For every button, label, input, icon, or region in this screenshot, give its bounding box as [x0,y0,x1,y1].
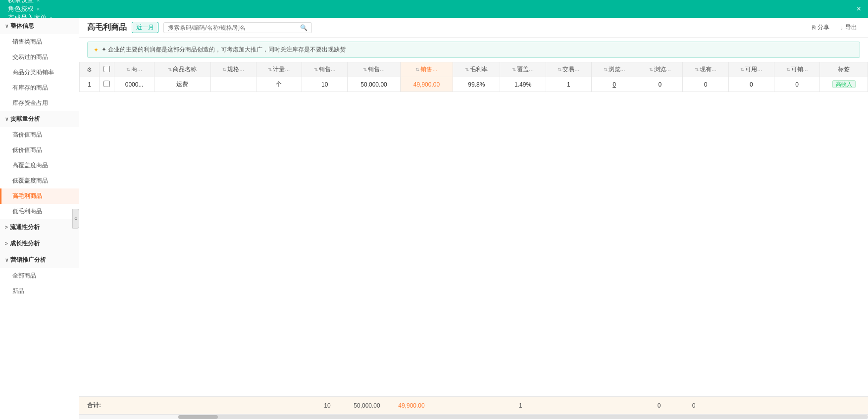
sort-icon-stock_available: ⇅ [740,67,744,72]
sort-icon-browse2: ⇅ [649,67,653,72]
horizontal-scrollbar[interactable] [79,414,868,419]
sidebar-item-商品分类助销率[interactable]: 商品分类助销率 [0,65,79,80]
sort-icon-code: ⇅ [126,67,130,72]
cell-stock_available: 0 [728,77,774,92]
footer-label: 合计: [87,401,117,410]
row-checkbox[interactable] [103,81,110,87]
nav-close-icon[interactable]: × [37,6,40,12]
nav-item-权限设置[interactable]: 权限设置× [2,0,58,4]
footer-cells: 1050,000.0049,900.00100 [117,402,860,409]
chevron-down-icon: ∨ [5,257,8,263]
cell-sales_profit: 49,900.00 [400,77,453,92]
tag-badge: 高收入 [832,80,856,88]
col-label-sales_profit: 销售... [420,65,437,74]
col-header-browse1[interactable]: ⇅浏览... [591,62,637,77]
chevron-down-icon: ∨ [5,23,8,29]
settings-icon[interactable]: ⚙ [87,66,92,73]
sort-icon-stock_sellable: ⇅ [786,67,790,72]
window-close-button[interactable]: × [852,4,866,13]
col-header-transaction[interactable]: ⇅交易... [546,62,591,77]
footer-cell-sales_amount: 50,000.00 [345,402,389,409]
cell-coverage: 1.49% [500,77,546,92]
nav-close-icon[interactable]: × [37,0,40,3]
sidebar-content: ∨ 整体信息销售类商品交易过的商品商品分类助销率有库存的商品库存资金占用∨ 贡献… [0,18,79,299]
select-all-checkbox[interactable] [103,66,110,72]
col-label-coverage: 覆盖... [517,65,534,74]
info-icon: ✦ [94,47,99,53]
col-header-spec[interactable]: ⇅规格... [210,62,256,77]
sidebar-group-label: 流通性分析 [10,223,40,232]
sort-icon-stock_current: ⇅ [695,67,699,72]
table-row: 10000...运费个1050,000.0049,900.0099.8%1.49… [80,77,868,92]
col-header-stock_available[interactable]: ⇅可用... [728,62,774,77]
share-icon: ⎘ [812,24,816,31]
col-header-browse2[interactable]: ⇅浏览... [637,62,683,77]
col-header-no: ⚙ [80,62,100,77]
col-header-sales_amount[interactable]: ⇅销售... [348,62,400,77]
data-table-wrap: ⚙⇅商...⇅商品名称⇅规格...⇅计量...⇅销售...⇅销售...⇅销售..… [79,62,868,396]
col-header-margin_rate[interactable]: ⇅毛利率 [453,62,500,77]
col-label-name: 商品名称 [173,65,197,74]
cell-browse2: 0 [637,77,683,92]
content-area: 高毛利商品 近一月 🔍 ⎘ 分享 ↓ 导出 [79,18,868,419]
col-label-spec: 规格... [227,65,244,74]
sidebar-item-低毛利商品[interactable]: 低毛利商品 [0,204,79,219]
cell-transaction: 1 [546,77,591,92]
sidebar-item-库存资金占用[interactable]: 库存资金占用 [0,95,79,111]
col-label-sales_qty: 销售... [319,65,336,74]
footer-cell-stock_sellable: 0 [676,402,711,409]
cell-browse1: 0 [591,77,637,92]
cell-stock_sellable: 0 [774,77,819,92]
sidebar-group-成长性分析[interactable]: > 成长性分析 [0,235,79,252]
footer-cell-sales_qty: 10 [310,402,345,409]
search-icon[interactable]: 🔍 [300,24,307,31]
sidebar-item-低价值商品[interactable]: 低价值商品 [0,142,79,158]
col-header-stock_sellable[interactable]: ⇅可销... [774,62,819,77]
col-label-stock_sellable: 可销... [791,65,808,74]
col-header-stock_current[interactable]: ⇅现有... [683,62,728,77]
share-button[interactable]: ⎘ 分享 [809,22,832,33]
col-header-sales_qty[interactable]: ⇅销售... [302,62,348,77]
sidebar-item-销售类商品[interactable]: 销售类商品 [0,34,79,49]
sidebar-item-高毛利商品[interactable]: 高毛利商品 [0,188,79,204]
date-filter-button[interactable]: 近一月 [132,22,158,33]
cell-stock_current: 0 [683,77,728,92]
sidebar-item-高价值商品[interactable]: 高价值商品 [0,127,79,142]
sort-icon-sales_amount: ⇅ [363,67,367,72]
sidebar-item-交易过的商品[interactable]: 交易过的商品 [0,49,79,65]
sidebar-group-流通性分析[interactable]: > 流通性分析 [0,219,79,235]
header-actions: ⎘ 分享 ↓ 导出 [809,22,860,33]
sidebar-group-整体信息[interactable]: ∨ 整体信息 [0,18,79,34]
data-table: ⚙⇅商...⇅商品名称⇅规格...⇅计量...⇅销售...⇅销售...⇅销售..… [79,62,868,92]
col-header-name[interactable]: ⇅商品名称 [154,62,210,77]
sidebar-item-高覆盖度商品[interactable]: 高覆盖度商品 [0,158,79,173]
search-box: 🔍 [163,22,312,33]
col-header-code[interactable]: ⇅商... [114,62,154,77]
nav-item-角色授权[interactable]: 角色授权× [2,4,58,13]
cell-code: 0000... [114,77,154,92]
sidebar-item-有库存的商品[interactable]: 有库存的商品 [0,80,79,95]
sidebar-group-贡献量分析[interactable]: ∨ 贡献量分析 [0,111,79,127]
cell-spec [210,77,256,92]
col-label-code: 商... [131,65,142,74]
col-header-tag: 标签 [820,62,868,77]
footer-cell-stock_available: 0 [642,402,676,409]
sort-icon-spec: ⇅ [222,67,226,72]
sidebar-group-营销推广分析[interactable]: ∨ 营销推广分析 [0,252,79,268]
sidebar-item-全部商品[interactable]: 全部商品 [0,268,79,283]
sidebar-collapse-button[interactable]: « [72,209,79,229]
col-header-sales_profit[interactable]: ⇅销售... [400,62,453,77]
export-button[interactable]: ↓ 导出 [837,22,860,33]
col-header-coverage[interactable]: ⇅覆盖... [500,62,546,77]
cell-margin_rate: 99.8% [453,77,500,92]
sidebar-group-label: 贡献量分析 [10,115,40,123]
col-header-unit[interactable]: ⇅计量... [256,62,302,77]
browse1-link[interactable]: 0 [613,81,616,88]
sidebar-item-低覆盖度商品[interactable]: 低覆盖度商品 [0,173,79,188]
chevron-down-icon: ∨ [5,116,8,122]
info-banner: ✦ ✦ 企业的主要的利润都是这部分商品创造的，可考虑加大推广，同时关注库存是不要… [87,42,860,58]
search-input[interactable] [168,24,300,31]
sidebar-item-新品[interactable]: 新品 [0,283,79,299]
sort-icon-sales_qty: ⇅ [314,67,318,72]
cell-sales_amount: 50,000.00 [348,77,400,92]
